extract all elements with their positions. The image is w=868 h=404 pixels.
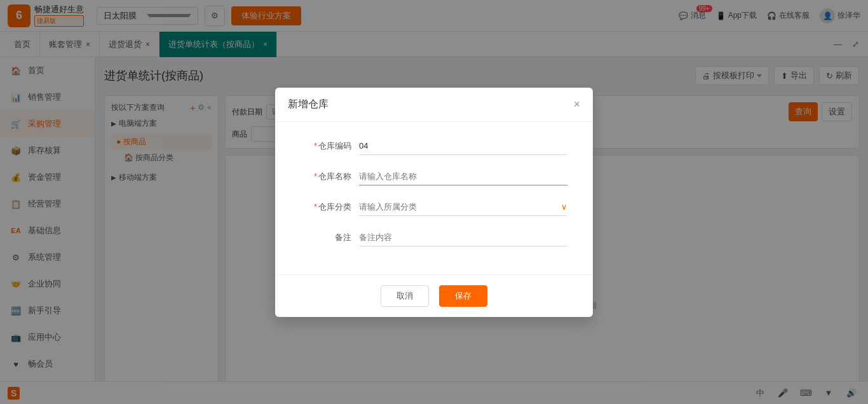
save-button[interactable]: 保存	[439, 285, 487, 307]
name-row: 仓库名称	[301, 168, 567, 185]
category-label: 仓库分类	[301, 201, 351, 213]
modal-header: 新增仓库 ×	[275, 88, 593, 122]
category-select-wrapper: ∨	[359, 198, 567, 216]
category-row: 仓库分类 ∨	[301, 198, 567, 216]
add-warehouse-modal: 新增仓库 × 仓库编码 仓库名称 仓库分类 ∨	[275, 88, 593, 317]
remark-label: 备注	[301, 232, 351, 243]
name-label: 仓库名称	[301, 171, 351, 182]
category-dropdown-icon[interactable]: ∨	[561, 202, 567, 212]
category-input[interactable]	[359, 202, 561, 212]
modal-footer: 取消 保存	[275, 274, 593, 317]
name-input[interactable]	[359, 168, 567, 185]
code-label: 仓库编码	[301, 140, 351, 152]
code-input[interactable]	[359, 137, 567, 155]
modal-close-button[interactable]: ×	[573, 98, 580, 110]
remark-input[interactable]	[359, 229, 567, 246]
code-row: 仓库编码	[301, 137, 567, 155]
modal-title: 新增仓库	[288, 98, 329, 111]
remark-row: 备注	[301, 229, 567, 246]
modal-overlay: 新增仓库 × 仓库编码 仓库名称 仓库分类 ∨	[0, 0, 868, 404]
cancel-button[interactable]: 取消	[381, 285, 429, 307]
modal-body: 仓库编码 仓库名称 仓库分类 ∨ 备注	[275, 122, 593, 274]
